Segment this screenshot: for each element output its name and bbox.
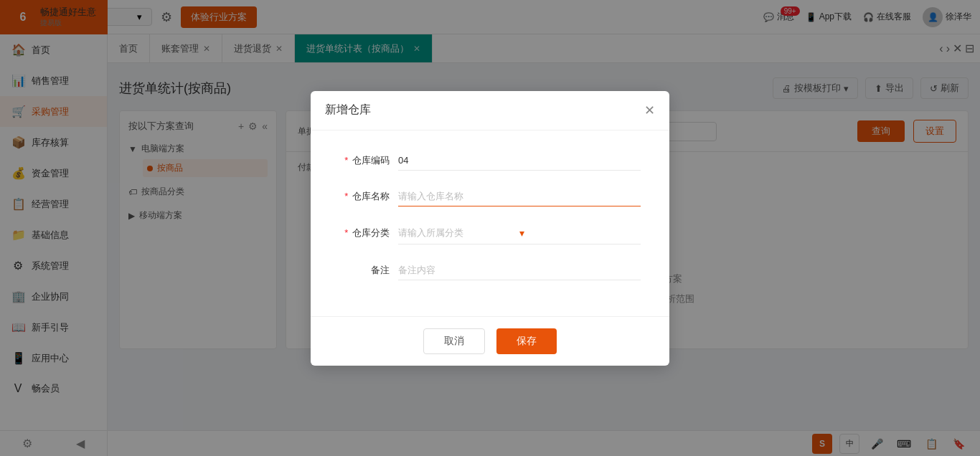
warehouse-name-row: * 仓库名称	[339, 186, 641, 206]
note-label-text: 备注	[371, 265, 390, 275]
dialog-close-button[interactable]: ✕	[644, 103, 655, 118]
dialog-footer: 取消 保存	[311, 316, 669, 366]
dialog-title: 新增仓库	[325, 103, 371, 118]
dialog: 新增仓库 ✕ * 仓库编码 * 仓库名称 * 仓库分	[311, 91, 669, 366]
warehouse-code-label: * 仓库编码	[339, 154, 390, 167]
warehouse-name-input[interactable]	[398, 186, 641, 206]
warehouse-category-arrow: ▾	[519, 227, 641, 239]
note-row: 备注	[339, 260, 641, 280]
note-input[interactable]	[398, 260, 641, 280]
dialog-overlay[interactable]: 新增仓库 ✕ * 仓库编码 * 仓库名称 * 仓库分	[0, 0, 980, 456]
required-mark: *	[344, 155, 348, 166]
warehouse-category-label: * 仓库分类	[339, 227, 390, 239]
warehouse-category-row: * 仓库分类 请输入所属分类 ▾	[339, 222, 641, 244]
warehouse-category-label-text: 仓库分类	[352, 227, 390, 238]
warehouse-name-label-text: 仓库名称	[352, 191, 390, 201]
warehouse-name-label: * 仓库名称	[339, 190, 390, 203]
required-mark2: *	[344, 191, 348, 201]
warehouse-category-select[interactable]: 请输入所属分类 ▾	[398, 222, 641, 244]
save-button[interactable]: 保存	[496, 328, 557, 354]
warehouse-code-label-text: 仓库编码	[352, 155, 390, 166]
warehouse-category-placeholder: 请输入所属分类	[398, 227, 519, 239]
warehouse-code-row: * 仓库编码	[339, 151, 641, 171]
warehouse-code-input[interactable]	[398, 151, 641, 171]
cancel-button[interactable]: 取消	[423, 328, 485, 354]
note-label: 备注	[339, 264, 390, 277]
dialog-body: * 仓库编码 * 仓库名称 * 仓库分类 请输入所属分类 ▾	[311, 130, 669, 316]
dialog-header: 新增仓库 ✕	[311, 91, 669, 130]
required-mark3: *	[344, 227, 348, 238]
